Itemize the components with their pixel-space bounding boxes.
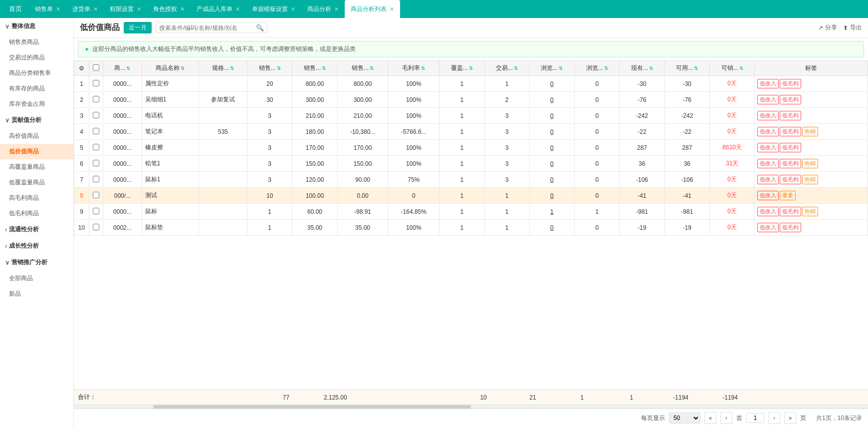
close-icon[interactable]: ✕ [93, 6, 98, 12]
row-sale-qty: 3 [247, 124, 292, 140]
nav-role-auth[interactable]: 角色授权✕ [147, 0, 191, 18]
row-checkbox[interactable] [93, 176, 99, 182]
sidebar-section-growth[interactable]: › 成长性分析 [0, 238, 73, 254]
date-filter-button[interactable]: 近一月 [124, 22, 152, 33]
row-name: 电话机 [142, 108, 199, 124]
sidebar-item-low-profit[interactable]: 低毛利商品 [0, 206, 73, 221]
select-all-checkbox[interactable] [93, 64, 99, 71]
tag-badge: 低毛利 [780, 207, 801, 216]
horizontal-scrollbar[interactable] [74, 405, 868, 409]
nav-home[interactable]: 首页 [2, 0, 29, 18]
browse1-link[interactable]: 0 [550, 160, 554, 167]
sidebar-item-high-value[interactable]: 高价值商品 [0, 128, 73, 144]
tag-badge: 低收入 [757, 95, 779, 104]
row-checkbox[interactable] [93, 160, 99, 166]
sidebar-section-overall[interactable]: ∨ 整体信息 [0, 18, 73, 34]
row-checkbox[interactable] [93, 192, 99, 198]
browse1-link[interactable]: 0 [550, 144, 554, 151]
col-available[interactable]: 可用...⇅ [664, 61, 709, 76]
footer-browse2: 1 [607, 394, 656, 401]
nav-template-settings[interactable]: 单据模板设置✕ [246, 0, 301, 18]
info-icon: ✦ [84, 46, 89, 53]
arrow-right-icon: › [5, 243, 7, 250]
page-size-select[interactable]: 50 100 200 [669, 413, 700, 424]
close-icon[interactable]: ✕ [137, 6, 141, 12]
nav-permission-settings[interactable]: 权限设置✕ [104, 0, 147, 18]
row-checkbox[interactable] [93, 96, 99, 102]
sidebar-section-contribution[interactable]: ∨ 贡献值分析 [0, 112, 73, 128]
search-input[interactable] [159, 24, 254, 31]
browse1-link[interactable]: 0 [550, 112, 554, 119]
close-icon[interactable]: ✕ [56, 6, 60, 12]
row-margin: 75% [388, 172, 439, 188]
sidebar-item-high-profit[interactable]: 高毛利商品 [0, 190, 73, 206]
sidebar-item-stock-capital[interactable]: 库存资金占用 [0, 96, 73, 112]
close-icon[interactable]: ✕ [180, 6, 185, 12]
sidebar-item-low-value[interactable]: 低价值商品 [0, 144, 73, 159]
nav-product-analysis-list[interactable]: 商品分析列表✕ [345, 0, 400, 18]
row-sale-amt: 60.00 [292, 204, 337, 220]
nav-purchase-order[interactable]: 进货单✕ [66, 0, 104, 18]
col-settings[interactable]: ⚙ [74, 61, 89, 76]
export-button[interactable]: ⬆ 导出 [843, 23, 862, 32]
col-sale-qty[interactable]: 销售...⇅ [247, 61, 292, 76]
sidebar-item-low-coverage[interactable]: 低覆盖量商品 [0, 175, 73, 190]
close-icon[interactable]: ✕ [291, 6, 295, 12]
next-page-button[interactable]: › [768, 412, 780, 424]
row-checkbox[interactable] [93, 224, 99, 230]
nav-sales-order[interactable]: 销售单✕ [29, 0, 66, 18]
close-icon[interactable]: ✕ [235, 6, 240, 12]
browse1-link[interactable]: 0 [550, 176, 554, 183]
page-number-input[interactable] [746, 413, 764, 423]
browse1-link[interactable]: 0 [550, 96, 554, 103]
sidebar-item-new-products[interactable]: 新品 [0, 286, 73, 302]
browse1-link[interactable]: 1 [550, 208, 554, 215]
col-trade[interactable]: 交易...⇅ [484, 61, 529, 76]
browse1-link[interactable]: 0 [550, 224, 554, 231]
col-code[interactable]: 商...⇅ [103, 61, 142, 76]
row-checkbox[interactable] [93, 144, 99, 150]
sidebar-section-liquidity[interactable]: › 流通性分析 [0, 221, 73, 238]
col-saleable[interactable]: 可销...⇅ [709, 61, 754, 76]
col-current[interactable]: 现有...⇅ [620, 61, 664, 76]
footer-code-space [132, 394, 167, 401]
row-checkbox[interactable] [93, 208, 99, 214]
row-available: -76 [664, 92, 709, 108]
first-page-button[interactable]: « [704, 412, 716, 424]
row-browse1: 0 [529, 108, 574, 124]
col-spec[interactable]: 规格...⇅ [199, 61, 247, 76]
sidebar-item-stocked-products[interactable]: 有库存的商品 [0, 81, 73, 96]
sidebar-section-marketing[interactable]: ∨ 营销推广分析 [0, 254, 73, 271]
sidebar-item-sales-products[interactable]: 销售类商品 [0, 34, 73, 50]
close-icon[interactable]: ✕ [390, 6, 394, 12]
nav-product-analysis[interactable]: 商品分析✕ [301, 0, 345, 18]
col-browse1[interactable]: 浏览...⇅ [529, 61, 574, 76]
row-checkbox[interactable] [93, 112, 99, 118]
col-coverage[interactable]: 覆盖...⇅ [439, 61, 484, 76]
search-icon[interactable]: 🔍 [256, 24, 264, 31]
row-number: 9 [74, 204, 89, 220]
product-table-container: ⚙ 商...⇅ 商品名称⇅ 规格...⇅ 销售...⇅ 销售...⇅ 销售...… [74, 60, 868, 390]
browse1-link[interactable]: 0 [550, 128, 554, 135]
row-sale-qty: 10 [247, 188, 292, 204]
row-checkbox[interactable] [93, 80, 99, 86]
col-name[interactable]: 商品名称⇅ [142, 61, 199, 76]
sidebar-item-category-sales-rate[interactable]: 商品分类销售率 [0, 65, 73, 81]
sidebar-item-high-coverage[interactable]: 高覆盖量商品 [0, 159, 73, 175]
row-checkbox[interactable] [93, 128, 99, 134]
last-page-button[interactable]: » [784, 412, 796, 424]
tag-badge: 低毛利 [780, 127, 801, 136]
col-sale-amt[interactable]: 销售...⇅ [292, 61, 337, 76]
sidebar-item-traded-products[interactable]: 交易过的商品 [0, 50, 73, 65]
sidebar-item-all-products[interactable]: 全部商品 [0, 271, 73, 286]
col-margin[interactable]: 毛利率⇅ [388, 61, 439, 76]
browse1-link[interactable]: 0 [550, 80, 554, 87]
col-browse2[interactable]: 浏览...⇅ [575, 61, 620, 76]
share-button[interactable]: ↗ 分享 [818, 23, 837, 32]
arrow-icon: ∨ [5, 117, 9, 124]
browse1-link[interactable]: 0 [550, 192, 554, 199]
prev-page-button[interactable]: ‹ [720, 412, 732, 424]
col-sale-cost[interactable]: 销售...⇅ [337, 61, 388, 76]
close-icon[interactable]: ✕ [334, 6, 339, 12]
nav-product-inbound[interactable]: 产成品入库单✕ [191, 0, 246, 18]
